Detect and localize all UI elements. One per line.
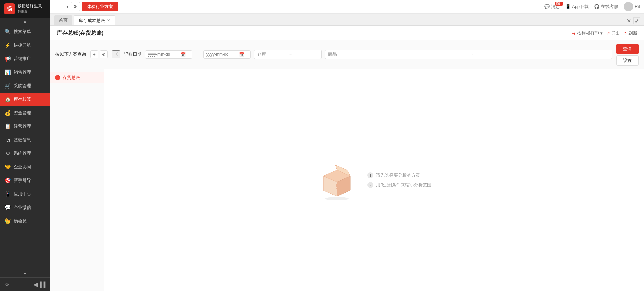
filter-right-btns: 查询 设置 — [616, 44, 639, 66]
topbar-right: 💬 消息 99+ 📱 App下载 🎧 在线客服 Rit — [544, 2, 640, 11]
date-start-field[interactable]: 📅 — [145, 50, 192, 59]
operation-icon: 📋 — [5, 123, 11, 129]
sidebar-item-shortcut[interactable]: ⚡ 快捷导航 — [0, 39, 50, 52]
appstore-icon: 📱 — [5, 191, 11, 197]
filter-delete-btn[interactable]: ⊘ — [100, 50, 108, 58]
expand-icon[interactable]: ⤢ — [633, 17, 640, 24]
shortcut-icon: ⚡ — [5, 42, 11, 48]
date-label: 记账日期 — [124, 51, 142, 57]
sidebar: 畅 畅捷通好生意 标准版 ▲ 🔍 搜索菜单 ⚡ 快捷导航 📢 营销推广 📊 销售… — [0, 0, 50, 291]
product-field[interactable]: 商品 ··· — [325, 50, 612, 59]
settings-bottom-icon[interactable]: ⚙ — [5, 281, 9, 288]
svg-point-5 — [325, 197, 349, 200]
empty-tip-1: 1 请先选择要分析的方案 — [367, 172, 431, 178]
sidebar-item-inventory[interactable]: 🏠 库存核算 — [0, 93, 50, 106]
member-icon: 👑 — [5, 218, 11, 224]
product-label: 商品 — [328, 51, 468, 57]
empty-tips: 1 请先选择要分析的方案 2 用[过滤]条件来缩小分析范围 — [367, 172, 431, 188]
content: 库存总账(存货总账) 🖨 按模板打印 ▾ ↗ 导出 ↺ 刷新 按以下方案查询 — [50, 26, 644, 291]
close-panel-icon[interactable]: ✕ — [627, 18, 631, 24]
user-avatar-area[interactable]: Rit — [624, 2, 640, 11]
print-template-btn[interactable]: 🖨 按模板打印 ▾ — [571, 30, 603, 37]
scheme-text: ─ ─ ─ — [54, 4, 65, 9]
svg-text:!: ! — [335, 183, 338, 190]
filter-label: 按以下方案查询 — [55, 51, 86, 57]
scheme-panel: 🔴 存货总账 — [50, 69, 104, 291]
sidebar-scroll-down[interactable]: ▼ — [0, 270, 50, 277]
refresh-icon: ↺ — [623, 31, 627, 36]
sidebar-item-purchase[interactable]: 🛒 采购管理 — [0, 79, 50, 93]
print-icon: 🖨 — [571, 31, 576, 36]
tab-close-icon[interactable]: ✕ — [107, 18, 110, 23]
finance-icon: 💰 — [5, 110, 11, 116]
sidebar-item-operation[interactable]: 📋 经营管理 — [0, 120, 50, 133]
app-badge: 标准版 — [18, 9, 42, 14]
page-actions: 🖨 按模板打印 ▾ ↗ 导出 ↺ 刷新 — [571, 30, 637, 37]
setting-btn[interactable]: 设置 — [616, 55, 639, 66]
sidebar-item-sales[interactable]: 📊 销售管理 — [0, 66, 50, 79]
newbie-icon: 🎯 — [5, 177, 11, 184]
app-download-btn[interactable]: 📱 App下载 — [565, 4, 589, 10]
sales-icon: 📊 — [5, 69, 11, 75]
calendar-end-icon[interactable]: 📅 — [239, 52, 244, 57]
query-btn[interactable]: 查询 — [616, 44, 639, 54]
sidebar-item-search[interactable]: 🔍 搜索菜单 — [0, 25, 50, 39]
app-logo: 畅 畅捷通好生意 标准版 — [0, 0, 50, 18]
refresh-btn[interactable]: ↺ 刷新 — [623, 30, 637, 37]
filter-collapse-btn[interactable]: 《 — [112, 50, 120, 58]
logo-icon: 畅 — [4, 3, 15, 14]
sidebar-item-finance[interactable]: 💰 资金管理 — [0, 106, 50, 120]
sidebar-item-marketing[interactable]: 📢 营销推广 — [0, 52, 50, 66]
sidebar-item-basic[interactable]: 🗂 基础信息 — [0, 133, 50, 147]
tip-text-2: 用[过滤]条件来缩小分析范围 — [376, 182, 431, 188]
tab-inventory-ledger[interactable]: 库存成本总账 ✕ — [74, 15, 115, 25]
sidebar-item-member[interactable]: 👑 畅会员 — [0, 214, 50, 228]
sidebar-item-appstore[interactable]: 📱 应用中心 — [0, 187, 50, 201]
app-name: 畅捷通好生意 — [18, 4, 42, 9]
filter-row: 记账日期 📅 — 📅 仓库 ··· 商品 ··· — [124, 50, 612, 59]
scheme-item-inventory-ledger[interactable]: 🔴 存货总账 — [50, 72, 104, 83]
avatar — [624, 2, 633, 11]
warehouse-field[interactable]: 仓库 ··· — [254, 50, 322, 59]
sidebar-item-coop[interactable]: 🤝 企业协同 — [0, 160, 50, 174]
filter-add-btn[interactable]: ＋ — [90, 50, 98, 58]
export-icon: ↗ — [606, 31, 610, 36]
empty-box-svg: ! — [317, 163, 357, 200]
date-start-input[interactable] — [148, 52, 178, 57]
gear-button[interactable]: ⚙ — [71, 2, 80, 11]
industry-btn[interactable]: 体验行业方案 — [82, 2, 118, 11]
content-body: 🔴 存货总账 — [50, 69, 644, 291]
sidebar-item-wechat[interactable]: 💬 企业微信 — [0, 201, 50, 214]
tip-text-1: 请先选择要分析的方案 — [376, 172, 420, 178]
scheme-selector[interactable]: ─ ─ ─ ▾ — [54, 4, 69, 9]
marketing-icon: 📢 — [5, 56, 11, 62]
empty-illustration: ! — [317, 163, 357, 197]
tab-home[interactable]: 首页 — [54, 15, 72, 25]
date-end-input[interactable] — [206, 52, 237, 57]
topbar: ─ ─ ─ ▾ ⚙ 体验行业方案 💬 消息 99+ 📱 App下载 🎧 在线客服 — [50, 0, 644, 14]
download-icon: 📱 — [565, 4, 571, 9]
warehouse-label: 仓库 — [257, 51, 287, 57]
tabbar: 首页 库存成本总账 ✕ ✕ ⤢ — [50, 14, 644, 26]
search-icon: 🔍 — [5, 29, 11, 35]
sidebar-item-newbie[interactable]: 🎯 新手引导 — [0, 174, 50, 187]
date-end-field[interactable]: 📅 — [203, 50, 251, 59]
message-btn[interactable]: 💬 消息 99+ — [544, 4, 560, 10]
product-more-icon[interactable]: ··· — [469, 52, 609, 57]
audio-bottom-icon[interactable]: ◀▐▐ — [33, 281, 45, 288]
filter-area: 按以下方案查询 ＋ ⊘ 《 记账日期 📅 — 📅 — [50, 40, 644, 69]
page-header: 库存总账(存货总账) 🖨 按模板打印 ▾ ↗ 导出 ↺ 刷新 — [50, 26, 644, 40]
online-service-btn[interactable]: 🎧 在线客服 — [594, 4, 618, 10]
calendar-start-icon[interactable]: 📅 — [180, 52, 186, 57]
export-btn[interactable]: ↗ 导出 — [606, 30, 620, 37]
tip-num-2: 2 — [367, 182, 373, 188]
empty-state: ! 1 请先选择要分析的方案 2 用[过滤]条件来缩小分析范围 — [104, 69, 644, 291]
warehouse-more-icon[interactable]: ··· — [289, 52, 319, 57]
sidebar-item-system[interactable]: ⚙ 系统管理 — [0, 147, 50, 160]
sidebar-menu: 🔍 搜索菜单 ⚡ 快捷导航 📢 营销推广 📊 销售管理 🛒 采购管理 🏠 库存核… — [0, 25, 50, 270]
sidebar-scroll-up[interactable]: ▲ — [0, 18, 50, 25]
basic-icon: 🗂 — [5, 137, 11, 143]
purchase-icon: 🛒 — [5, 83, 11, 89]
gear-icon: ⚙ — [73, 4, 77, 9]
wechat-icon: 💬 — [5, 204, 11, 211]
